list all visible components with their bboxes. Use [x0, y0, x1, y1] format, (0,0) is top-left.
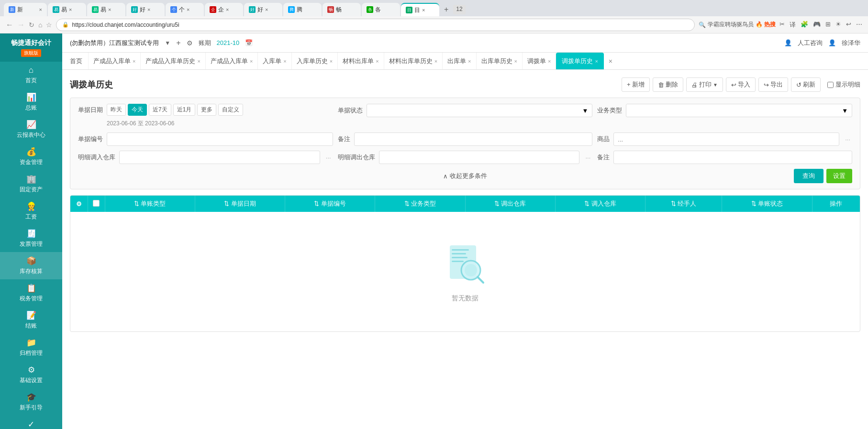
topbar-add-btn[interactable]: +: [176, 39, 180, 47]
sidebar-item-reports[interactable]: 📈 云报表中心: [0, 116, 62, 143]
th-status[interactable]: ⇅ 单账状态: [722, 196, 812, 212]
th-biz-type[interactable]: ⇅ 业务类型: [375, 196, 465, 212]
tab-close-5[interactable]: ×: [330, 58, 333, 64]
browser-tab-4[interactable]: 好 好 ×: [126, 3, 165, 16]
browser-tab-11[interactable]: 目 目 ×: [401, 3, 439, 16]
tab-close-7[interactable]: ×: [434, 58, 437, 64]
th-in-warehouse[interactable]: ⇅ 调入仓库: [555, 196, 645, 212]
th-order-type[interactable]: ⇅ 单账类型: [105, 196, 195, 212]
th-checkbox[interactable]: [88, 196, 105, 212]
tab-issue-hist[interactable]: 出库单历史 ×: [477, 53, 523, 70]
tab-close-11[interactable]: ×: [595, 58, 598, 64]
new-tab-button[interactable]: +: [440, 3, 452, 16]
browser-tab-9[interactable]: 畅 畅: [323, 3, 361, 16]
forward-button[interactable]: →: [17, 21, 25, 29]
goods-more-icon[interactable]: ···: [843, 136, 852, 143]
tab-close-6[interactable]: ×: [376, 58, 378, 64]
remark-input[interactable]: [354, 132, 593, 146]
th-order-date[interactable]: ⇅ 单据日期: [195, 196, 285, 212]
tab-close-10[interactable]: ×: [548, 58, 551, 64]
sidebar-item-invoice[interactable]: 🧾 发票管理: [0, 225, 62, 252]
browser-tab-10[interactable]: 各 各: [362, 3, 400, 16]
sidebar-item-ledger[interactable]: 📊 总账: [0, 88, 62, 116]
home-button[interactable]: ⌂: [38, 21, 42, 29]
tab-transfer[interactable]: 调拨单 ×: [523, 53, 556, 70]
tab-finished-goods-in-2[interactable]: 产成品入库单 ×: [206, 53, 258, 70]
sidebar-item-close-books[interactable]: 📝 结账: [0, 307, 62, 334]
reload-button[interactable]: ↻: [29, 21, 34, 29]
tab-finished-goods-in-hist[interactable]: 产成品入库单历史 ×: [141, 53, 205, 70]
address-bar[interactable]: 🔒 https://cloud.chanjet.com/accounting/u…: [56, 19, 694, 31]
tab-receipt-hist[interactable]: 入库单历史 ×: [292, 53, 338, 70]
browser-tab-6[interactable]: 企 企 ×: [205, 3, 243, 16]
query-button[interactable]: 查询: [794, 169, 823, 183]
collapse-more-btn[interactable]: ∧ 收起更多条件: [443, 172, 487, 180]
sidebar-item-funds[interactable]: 💰 资金管理: [0, 143, 62, 170]
back-button[interactable]: ←: [6, 21, 13, 29]
order-no-input[interactable]: [107, 132, 333, 146]
sidebar-item-member[interactable]: ✓ 畅会员: [0, 416, 62, 429]
tab-issue[interactable]: 出库单 ×: [443, 53, 476, 70]
show-columns-toggle[interactable]: 显示明细: [827, 80, 860, 89]
sidebar-item-tax[interactable]: 📋 税务管理: [0, 279, 62, 307]
tab-material-out[interactable]: 材料出库单 ×: [338, 53, 384, 70]
refresh-button[interactable]: ↺ 刷新: [791, 77, 821, 92]
tab-close-4[interactable]: ×: [283, 58, 286, 64]
goods-input[interactable]: [613, 132, 839, 146]
date-btn-more[interactable]: 更多: [197, 104, 216, 116]
company-dropdown-icon[interactable]: ▼: [165, 40, 170, 46]
biz-type-select[interactable]: ▼: [626, 104, 852, 117]
tab-close-8[interactable]: ×: [468, 58, 471, 64]
browser-search-box[interactable]: 🔍 学霸应聘场驱鸟员 🔥 热搜: [699, 21, 776, 29]
service-label[interactable]: 人工咨询: [798, 39, 823, 47]
th-order-no[interactable]: ⇅ 单据编号: [285, 196, 375, 212]
tab-finished-goods-in[interactable]: 产成品入库单 ×: [89, 53, 141, 70]
detail-in-input[interactable]: [119, 151, 320, 164]
remark2-input[interactable]: [613, 151, 852, 164]
tab-close-button[interactable]: ×: [606, 57, 615, 65]
browser-tab-3[interactable]: 易 易 ×: [87, 3, 125, 16]
tab-receipt[interactable]: 入库单 ×: [258, 53, 291, 70]
th-handler[interactable]: ⇅ 经手人: [645, 196, 722, 212]
sidebar-item-guide[interactable]: 🎓 新手引导: [0, 388, 62, 416]
detail-out-input[interactable]: [379, 151, 580, 164]
tab-close-9[interactable]: ×: [514, 58, 517, 64]
delete-button[interactable]: 🗑 删除: [653, 77, 683, 92]
tab-close-3[interactable]: ×: [250, 58, 253, 64]
star-button[interactable]: ☆: [46, 21, 52, 29]
calendar-icon[interactable]: 📅: [245, 39, 253, 46]
topbar-period-value[interactable]: 2021-10: [217, 39, 240, 46]
topbar-gear-icon[interactable]: ⚙: [187, 39, 193, 47]
browser-tab-7[interactable]: 好 好 ×: [244, 3, 282, 16]
date-btn-yesterday[interactable]: 昨天: [107, 104, 126, 116]
status-select[interactable]: ▼: [367, 104, 593, 117]
detail-out-more-icon[interactable]: ···: [583, 154, 592, 161]
th-out-warehouse[interactable]: ⇅ 调出仓库: [465, 196, 555, 212]
settings-button[interactable]: 设置: [826, 169, 852, 183]
browser-tab-5[interactable]: 个 个 ×: [166, 3, 204, 16]
import-button[interactable]: ↩ 导入: [726, 77, 756, 92]
tab-transfer-hist[interactable]: 调拨单历史 ×: [556, 53, 603, 70]
sidebar-item-archive[interactable]: 📁 归档管理: [0, 334, 62, 361]
browser-tab-8[interactable]: 腾 腾: [283, 3, 322, 16]
browser-tab-2[interactable]: 易 易 ×: [48, 3, 86, 16]
tab-home[interactable]: 首页: [64, 53, 89, 70]
sidebar-item-inventory[interactable]: 📦 库存核算: [0, 252, 62, 279]
date-btn-1month[interactable]: 近1月: [173, 104, 196, 116]
tab-close-1[interactable]: ×: [133, 58, 135, 64]
sidebar-item-home[interactable]: ⌂ 首页: [0, 62, 62, 88]
tab-material-out-hist[interactable]: 材料出库单历史 ×: [384, 53, 443, 70]
new-button[interactable]: + 新增: [622, 77, 650, 92]
date-btn-custom[interactable]: 自定义: [218, 104, 243, 116]
tab-close-2[interactable]: ×: [197, 58, 200, 64]
date-btn-today[interactable]: 今天: [128, 104, 147, 116]
sidebar-item-assets[interactable]: 🏢 固定资产: [0, 170, 62, 198]
date-btn-7days[interactable]: 近7天: [149, 104, 171, 116]
sidebar-item-salary[interactable]: 👷 工资: [0, 198, 62, 225]
th-gear[interactable]: ⚙: [70, 196, 88, 212]
detail-in-more-icon[interactable]: ···: [324, 154, 333, 161]
browser-tab-1[interactable]: 新 新 ×: [4, 3, 47, 16]
export-button[interactable]: ↪ 导出: [758, 77, 788, 92]
print-button[interactable]: 🖨 打印 ▼: [686, 77, 723, 92]
sidebar-item-settings[interactable]: ⚙ 基础设置: [0, 361, 62, 388]
